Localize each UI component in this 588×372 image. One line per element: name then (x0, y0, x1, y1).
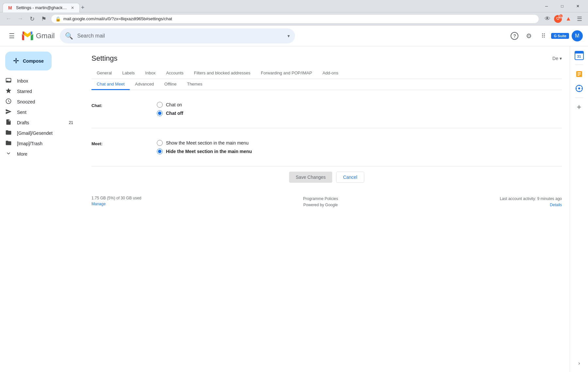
policies-link[interactable]: Programme Policies (303, 196, 338, 201)
browser-icons: 👁 🛡 1 ▲ ☰ (543, 14, 584, 23)
chat-off-option[interactable]: Chat off (157, 110, 562, 116)
settings-footer: 1.75 GB (5%) of 30 GB used Manage Progra… (91, 185, 562, 213)
chat-on-label: Chat on (166, 102, 182, 107)
sidebar-item-snoozed[interactable]: Snoozed (0, 97, 78, 107)
tab-general[interactable]: General (91, 68, 117, 79)
settings-button[interactable]: ⚙ (522, 29, 535, 42)
address-bar-row: ← → ↻ ⚑ 🔒 mail.google.com/mail/u/0/?zx=8… (0, 12, 588, 25)
tab-inbox[interactable]: Inbox (140, 68, 161, 79)
search-bar[interactable]: 🔍 ▾ (60, 28, 295, 43)
save-changes-button[interactable]: Save Changes (289, 172, 332, 183)
sidebar-item-drafts[interactable]: Drafts 21 (0, 117, 78, 128)
tab-close-button[interactable]: ✕ (71, 6, 74, 10)
svg-rect-3 (578, 75, 580, 76)
window-controls: ─ □ ✕ (539, 1, 585, 11)
lang-dropdown-icon: ▾ (560, 56, 562, 61)
tab-offline[interactable]: Offline (159, 79, 182, 90)
tasks-icon (575, 85, 583, 92)
sidebar-item-starred-label: Starred (17, 89, 73, 94)
gmail-logo[interactable]: Gmail (21, 29, 55, 42)
language-selector[interactable]: De ▾ (552, 56, 562, 61)
tab-filters[interactable]: Filters and blocked addresses (189, 68, 256, 79)
search-input[interactable] (77, 33, 284, 39)
forward-button[interactable]: → (16, 14, 25, 23)
calendar-button[interactable]: 31 (573, 49, 586, 62)
chat-off-radio[interactable] (157, 110, 163, 116)
compose-label: Compose (23, 58, 44, 64)
tab-advanced[interactable]: Advanced (130, 79, 159, 90)
tab-themes[interactable]: Themes (182, 79, 207, 90)
snoozed-icon (5, 98, 12, 106)
keep-button[interactable] (573, 68, 586, 81)
compose-plus-icon: ✛ (13, 57, 19, 65)
sidebar-item-gmail-gesendet-label: [Gmail]/Gesendet (17, 131, 73, 136)
manage-link[interactable]: Manage (91, 202, 141, 206)
meet-show-option[interactable]: Show the Meet section in the main menu (157, 140, 562, 146)
hamburger-menu-button[interactable]: ☰ (5, 29, 18, 42)
search-dropdown-icon[interactable]: ▾ (287, 33, 290, 39)
tab-title: Settings - martin@ghacks.net - G (16, 5, 68, 10)
chat-section: Chat: Chat on Chat off (91, 90, 562, 128)
browser-menu-button[interactable]: ☰ (575, 14, 584, 23)
bookmark-button[interactable]: ⚑ (39, 14, 48, 23)
sidebar-item-more[interactable]: More (0, 149, 78, 159)
security-icon: 🔒 (55, 16, 61, 22)
brave-shield-wrapper: 🛡 1 (554, 15, 562, 23)
add-app-button[interactable]: + (573, 101, 586, 114)
meet-control: Show the Meet section in the main menu H… (157, 140, 562, 154)
new-tab-button[interactable]: + (80, 3, 86, 12)
gsuite-badge: G Suite (551, 33, 569, 39)
button-row: Save Changes Cancel (91, 166, 562, 185)
meet-hide-label: Hide the Meet section in the main menu (166, 149, 252, 154)
sidebar-item-drafts-count: 21 (69, 120, 73, 125)
sidebar-item-inbox[interactable]: Inbox (0, 76, 78, 86)
chat-on-option[interactable]: Chat on (157, 102, 562, 108)
eye-icon-button[interactable]: 👁 (543, 14, 552, 23)
sidebar-item-imap-trash[interactable]: [Imap]/Trash (0, 138, 78, 149)
meet-hide-option[interactable]: Hide the Meet section in the main menu (157, 148, 562, 154)
tab-addons[interactable]: Add-ons (317, 68, 343, 79)
expand-right-sidebar-button[interactable] (574, 359, 584, 369)
meet-settings-row: Meet: Show the Meet section in the main … (91, 136, 562, 158)
settings-title-row: Settings De ▾ (91, 46, 562, 68)
active-tab[interactable]: M Settings - martin@ghacks.net - G ✕ (3, 3, 80, 12)
settings-title-text: Settings (91, 54, 118, 63)
lang-label: De (552, 56, 558, 61)
help-button[interactable]: ? (508, 29, 521, 42)
close-button[interactable]: ✕ (570, 1, 585, 11)
apps-grid-icon: ⠿ (541, 32, 546, 39)
right-sidebar: 31 (570, 46, 588, 372)
tab-accounts[interactable]: Accounts (161, 68, 188, 79)
back-button[interactable]: ← (4, 14, 13, 23)
tab-chat[interactable]: Chat and Meet (91, 79, 130, 90)
tasks-button[interactable] (573, 82, 586, 95)
maximize-button[interactable]: □ (555, 1, 570, 11)
sent-icon (5, 108, 12, 116)
settings-icon: ⚙ (526, 32, 532, 40)
footer-center: Programme Policies Powered by Google (303, 196, 338, 208)
reload-button[interactable]: ↻ (27, 14, 37, 23)
minimize-button[interactable]: ─ (539, 1, 554, 11)
sidebar: ✛ Compose Inbox Starred Snoozed (0, 46, 84, 372)
drafts-icon (5, 119, 12, 127)
tab-forwarding[interactable]: Forwarding and POP/IMAP (256, 68, 318, 79)
apps-button[interactable]: ⠿ (537, 29, 550, 42)
sidebar-item-gmail-gesendet[interactable]: [Gmail]/Gesendet (0, 128, 78, 138)
sidebar-item-starred[interactable]: Starred (0, 86, 78, 97)
calendar-icon: 31 (575, 51, 584, 60)
brave-shield-icon: 🛡 1 (554, 15, 562, 23)
browser-chrome: M Settings - martin@ghacks.net - G ✕ + ─… (0, 0, 588, 12)
compose-button[interactable]: ✛ Compose (5, 52, 52, 70)
chat-on-radio[interactable] (157, 102, 163, 108)
details-link[interactable]: Details (550, 203, 562, 207)
meet-show-radio[interactable] (157, 140, 163, 146)
cancel-button[interactable]: Cancel (336, 172, 364, 183)
address-bar[interactable]: 🔒 mail.google.com/mail/u/0/?zx=8iqxazdt9… (51, 14, 539, 23)
settings-tabs: General Labels Inbox Accounts Filters an… (91, 68, 562, 79)
avatar[interactable]: M (572, 30, 583, 41)
meet-hide-radio[interactable] (157, 148, 163, 154)
sidebar-item-sent[interactable]: Sent (0, 107, 78, 117)
brave-menu-icon[interactable]: ▲ (564, 14, 573, 23)
tab-labels[interactable]: Labels (117, 68, 140, 79)
chat-label: Chat: (91, 102, 157, 108)
